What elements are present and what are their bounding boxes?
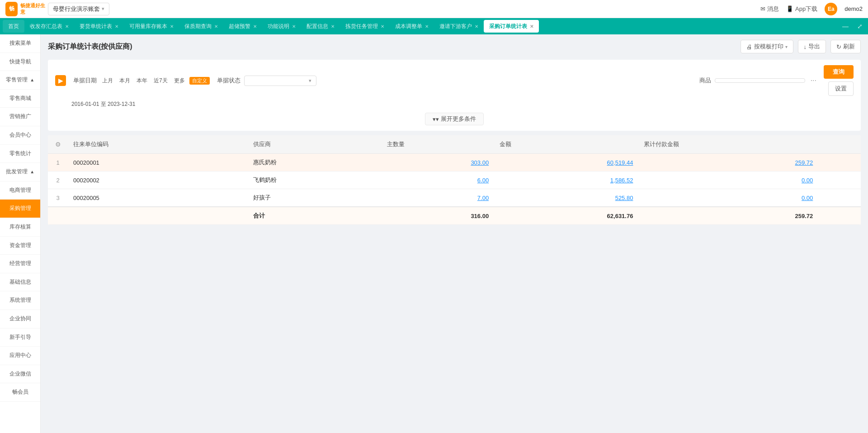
sidebar-item-appcenter[interactable]: 应用中心	[0, 347, 40, 365]
refresh-button[interactable]: ↻ 刷新	[830, 40, 861, 53]
expand-icon: ▲	[30, 77, 34, 82]
sidebar-item-system[interactable]: 系统管理	[0, 291, 40, 310]
tab-home[interactable]: 首页	[3, 20, 24, 33]
tab-shoufacun[interactable]: 收发存汇总表 ✕	[24, 20, 74, 33]
status-select[interactable]: ▾	[244, 76, 316, 86]
sidebar-item-inventory[interactable]: 库存核算	[0, 218, 40, 237]
quantity-link[interactable]: 6.00	[477, 177, 489, 184]
tab-jianhuo[interactable]: 拣货任务管理 ✕	[340, 20, 390, 33]
avatar[interactable]: Ea	[825, 3, 837, 15]
sidebar-purchase-label: 采购管理	[9, 205, 31, 211]
page-content: 采购订单统计表(按供应商) 🖨 按模板打印 ▾ ↓ 导出 ↻ 刷新	[41, 34, 868, 433]
sidebar-item-quicknav[interactable]: 快捷导航	[0, 53, 40, 71]
sidebar-item-member[interactable]: 会员中心	[0, 126, 40, 145]
print-button[interactable]: 🖨 按模板打印 ▾	[741, 40, 793, 53]
sidebar-item-enterprise[interactable]: 企业协同	[0, 310, 40, 328]
workspace-label: 母婴行业演示账套	[53, 5, 100, 13]
sidebar-quicknav-label: 快捷导航	[9, 58, 31, 65]
export-button[interactable]: ↓ 导出	[798, 40, 826, 53]
footer-quantity: 316.00	[382, 207, 494, 225]
logo-icon: 畅	[5, 2, 18, 16]
goods-more-icon[interactable]: ···	[811, 76, 816, 85]
sidebar-item-marketing[interactable]: 营销推广	[0, 108, 40, 126]
close-icon[interactable]: ✕	[115, 24, 118, 29]
tab-yaoqing[interactable]: 邀请下游客户 ✕	[434, 20, 484, 33]
col-header-paid: 累计付款金额	[638, 135, 818, 154]
tab-yaohuo[interactable]: 要货单统计表 ✕	[74, 20, 124, 33]
settings-button[interactable]: 设置	[828, 81, 854, 96]
content-area: 采购订单统计表(按供应商) 🖨 按模板打印 ▾ ↓ 导出 ↻ 刷新	[41, 34, 868, 433]
quantity-link[interactable]: 303.00	[471, 159, 489, 166]
tab-keyongliang[interactable]: 可用量库存账本 ✕	[124, 20, 179, 33]
message-button[interactable]: ✉ 消息	[760, 5, 779, 13]
workspace-selector[interactable]: 母婴行业演示账套 ▾	[48, 3, 109, 15]
sidebar-item-retail-stat[interactable]: 零售统计	[0, 145, 40, 163]
sidebar-item-wechat[interactable]: 企业微信	[0, 365, 40, 384]
app-download-button[interactable]: 📱 App下载	[786, 5, 817, 13]
column-settings-icon[interactable]: ⚙	[53, 140, 62, 149]
sidebar-item-ecommerce[interactable]: 电商管理	[0, 181, 40, 200]
shortcut-this-year[interactable]: 本年	[135, 76, 149, 86]
amount-link[interactable]: 1,586.52	[610, 177, 633, 184]
nav-window-controls: — ⤢	[840, 21, 865, 32]
refresh-icon: ↻	[836, 43, 841, 50]
sidebar-item-wholesale[interactable]: 批发管理 ▲	[0, 163, 40, 181]
close-icon[interactable]: ✕	[65, 24, 69, 29]
tab-chaochuyujing[interactable]: 超储预警 ✕	[223, 20, 262, 33]
row-extra	[818, 189, 861, 207]
close-icon[interactable]: ✕	[292, 24, 296, 29]
goods-filter-group: 商品 ···	[699, 76, 816, 85]
expand-more-button[interactable]: ▾▾ 展开更多条件	[425, 113, 484, 125]
close-icon[interactable]: ✕	[253, 24, 257, 29]
custom-date-tag[interactable]: 自定义	[189, 77, 210, 85]
sidebar-item-basic-info[interactable]: 基础信息	[0, 273, 40, 292]
sidebar-item-retail-mgmt[interactable]: 零售管理 ▲	[0, 71, 40, 90]
col-header-code: 往来单位编码	[68, 135, 248, 154]
logo-area: 畅 畅捷通好生意	[5, 2, 46, 16]
sidebar-item-retail-shop[interactable]: 零售商城	[0, 90, 40, 108]
sidebar-item-newguide[interactable]: 新手引导	[0, 328, 40, 347]
tab-peizhi[interactable]: 配置信息 ✕	[301, 20, 340, 33]
col-settings-icon[interactable]: ⚙	[48, 135, 68, 154]
sidebar-item-operations[interactable]: 经营管理	[0, 255, 40, 273]
close-icon[interactable]: ✕	[170, 24, 174, 29]
amount-link[interactable]: 60,519.44	[607, 159, 633, 166]
page-title: 采购订单统计表(按供应商)	[48, 42, 132, 52]
footer-empty	[48, 207, 68, 225]
tab-caigou-active[interactable]: 采购订单统计表 ✕	[484, 20, 539, 33]
tab-chengben[interactable]: 成本调整单 ✕	[390, 20, 434, 33]
shortcut-more[interactable]: 更多	[172, 76, 187, 86]
tab-baozhi[interactable]: 保质期查询 ✕	[179, 20, 223, 33]
close-icon[interactable]: ✕	[425, 24, 429, 29]
expand-more-label: 展开更多条件	[441, 115, 476, 123]
sidebar-changhui-label: 畅会员	[12, 389, 28, 395]
row-extra	[818, 171, 861, 189]
shortcut-this-month[interactable]: 本月	[118, 76, 132, 86]
sidebar-item-purchase[interactable]: 采购管理	[0, 200, 40, 218]
quantity-link[interactable]: 7.00	[477, 195, 489, 201]
expand-down-icon: ▾▾	[433, 116, 439, 123]
query-button[interactable]: 查询	[824, 65, 854, 79]
sidebar-item-search[interactable]: 搜索菜单	[0, 34, 40, 53]
filter-toggle-button[interactable]: ▶	[55, 75, 66, 86]
sidebar-item-finance[interactable]: 资金管理	[0, 237, 40, 255]
goods-input[interactable]	[715, 78, 805, 83]
close-icon[interactable]: ✕	[381, 24, 384, 29]
dropdown-arrow-icon: ▾	[785, 44, 788, 49]
sidebar-item-changhui[interactable]: 畅会员	[0, 383, 40, 402]
tab-gongneng[interactable]: 功能说明 ✕	[262, 20, 301, 33]
minimize-button[interactable]: —	[840, 21, 851, 32]
close-icon[interactable]: ✕	[530, 24, 533, 29]
maximize-button[interactable]: ⤢	[854, 21, 865, 32]
paid-link[interactable]: 0.00	[802, 195, 813, 201]
paid-link[interactable]: 0.00	[802, 177, 813, 184]
shortcut-7days[interactable]: 近7天	[152, 76, 170, 86]
logo-label: 畅捷通好生意	[20, 3, 46, 14]
sidebar-retail-shop-label: 零售商城	[9, 95, 31, 101]
paid-link[interactable]: 259.72	[795, 159, 813, 166]
shortcut-last-month[interactable]: 上月	[100, 76, 115, 86]
close-icon[interactable]: ✕	[214, 24, 218, 29]
close-icon[interactable]: ✕	[475, 24, 478, 29]
amount-link[interactable]: 525.80	[615, 195, 633, 201]
close-icon[interactable]: ✕	[331, 24, 335, 29]
